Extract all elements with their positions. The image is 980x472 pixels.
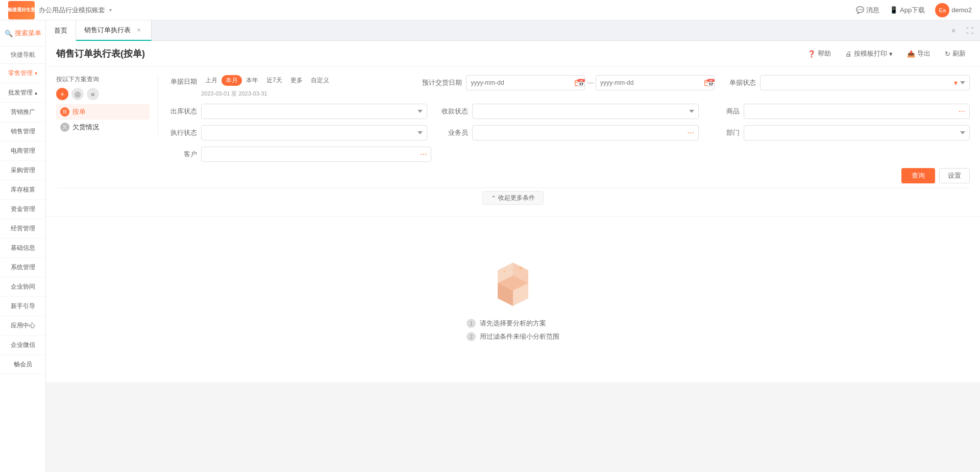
- tab-home[interactable]: 首页: [46, 20, 76, 41]
- collapse-icon: ⌃: [491, 195, 496, 202]
- expected-date-to[interactable]: [596, 75, 715, 90]
- sidebar-item-member[interactable]: 畅会员: [0, 355, 45, 374]
- scheme-icon-press: 按: [60, 107, 69, 116]
- help-btn[interactable]: ❓ 帮助: [803, 47, 835, 60]
- collapse-btn[interactable]: ⌃ 收起更多条件: [482, 191, 544, 205]
- date-wrapper: 上月 本月 本年 近7天 更多 自定义 2023-03-01 至 2023-03…: [201, 75, 411, 98]
- sidebar-item-enterprise[interactable]: 企业协同: [0, 277, 45, 297]
- app-logo: 畅捷通好生意: [8, 1, 35, 19]
- message-icon: 💬: [856, 6, 864, 14]
- scheme-actions: + ◎ «: [56, 88, 150, 100]
- customer-dots-icon: ···: [420, 150, 427, 159]
- date-tab-this-year[interactable]: 本年: [242, 75, 262, 86]
- customer-label: 客户: [166, 150, 197, 159]
- sidebar-item-operation[interactable]: 经营管理: [0, 219, 45, 239]
- date-tab-custom[interactable]: 自定义: [307, 75, 333, 86]
- salesperson-selector[interactable]: ···: [472, 125, 698, 140]
- sidebar-item-sales[interactable]: 销售管理: [0, 122, 45, 141]
- tip1-num: 1: [467, 319, 476, 328]
- sidebar-item-marketing[interactable]: 营销推广: [0, 103, 45, 122]
- collapse-row: ⌃ 收起更多条件: [56, 187, 970, 208]
- add-icon: +: [60, 90, 64, 98]
- refresh-btn[interactable]: ↻ 刷新: [941, 47, 970, 60]
- message-label: 消息: [866, 6, 879, 15]
- print-btn[interactable]: 🖨 按模板打印 ▾: [841, 47, 897, 60]
- sidebar-quick-nav[interactable]: 快捷导航: [0, 46, 45, 64]
- export-btn[interactable]: 📤 导出: [903, 47, 935, 60]
- search-menu-button[interactable]: 🔍 搜索菜单: [4, 26, 41, 41]
- scheme-item-press[interactable]: 按 按单: [56, 104, 150, 120]
- status-control: ▾: [760, 75, 970, 90]
- goods-selector[interactable]: ···: [744, 104, 970, 119]
- user-profile[interactable]: Ea demo2: [935, 3, 972, 17]
- edit-scheme-btn[interactable]: ◎: [71, 88, 84, 100]
- scheme-item-debt[interactable]: 欠 欠货情况: [56, 120, 150, 135]
- message-btn[interactable]: 💬 消息: [856, 6, 879, 15]
- sidebar-item-finance[interactable]: 资金管理: [0, 200, 45, 219]
- refresh-icon: ↻: [945, 50, 950, 58]
- tip2-num: 2: [467, 332, 476, 341]
- app-download-btn[interactable]: 📱 App下载: [890, 6, 925, 15]
- sidebar-item-ecommerce[interactable]: 电商管理: [0, 141, 45, 161]
- sidebar-item-newbie[interactable]: 新手引导: [0, 297, 45, 316]
- execution-select[interactable]: [201, 125, 427, 140]
- fold-icon: «: [91, 90, 95, 98]
- empty-tips: 1 请先选择要分析的方案 2 用过滤条件来缩小分析范围: [467, 319, 559, 341]
- payment-select[interactable]: [472, 104, 698, 119]
- maximize-btn[interactable]: ⛶: [964, 25, 976, 37]
- filter-row3: 执行状态 业务员 ···: [166, 125, 970, 140]
- status-select[interactable]: [760, 75, 970, 90]
- filter-section: 按以下方案查询 + ◎ «: [46, 67, 980, 217]
- fold-scheme-btn[interactable]: «: [87, 88, 99, 100]
- company-dropdown-icon[interactable]: ▾: [109, 7, 112, 13]
- company-title: 办公用品行业模拟账套: [39, 6, 105, 15]
- filter-row4: 客户 ···: [166, 147, 970, 162]
- empty-tip-2: 2 用过滤条件来缩小分析范围: [467, 332, 559, 341]
- filter-item-delivery: 出库状态: [166, 104, 427, 119]
- date-range-display: 2023-03-01 至 2023-03-31: [201, 90, 411, 98]
- date-tab-7days[interactable]: 近7天: [262, 75, 286, 86]
- settings-button[interactable]: 设置: [939, 168, 970, 183]
- expected-date-label: 预计交货日期: [421, 78, 462, 87]
- salesperson-label: 业务员: [437, 128, 468, 137]
- sidebar-item-basic[interactable]: 基础信息: [0, 239, 45, 258]
- page-content: 销售订单执行表(按单) ❓ 帮助 🖨 按模板打印 ▾ 📤: [46, 41, 980, 472]
- user-name: demo2: [951, 6, 972, 14]
- tab-close-icon[interactable]: ×: [135, 26, 143, 34]
- collapse-label: 收起更多条件: [498, 194, 535, 202]
- filter-row1: 单据日期 上月 本月 本年 近7天 更多 自定义: [166, 75, 970, 98]
- customer-selector[interactable]: ···: [201, 147, 431, 162]
- sidebar-item-retail[interactable]: 零售管理 ▾: [0, 64, 45, 83]
- date-tab-last-month[interactable]: 上月: [201, 75, 222, 86]
- expected-date-from[interactable]: [466, 75, 585, 90]
- search-icon: 🔍: [5, 30, 13, 37]
- tab-sales-order[interactable]: 销售订单执行表 ×: [76, 20, 152, 41]
- sidebar-item-appstore[interactable]: 应用中心: [0, 316, 45, 336]
- filter-scheme-panel: 按以下方案查询 + ◎ «: [56, 75, 158, 135]
- filter-row: 按以下方案查询 + ◎ «: [56, 75, 970, 162]
- edit-icon: ◎: [75, 90, 81, 98]
- sidebar-item-wholesale[interactable]: 批发管理 ▴: [0, 83, 45, 103]
- print-icon: 🖨: [845, 50, 852, 58]
- date-tab-more[interactable]: 更多: [286, 75, 307, 86]
- delivery-select[interactable]: [201, 104, 427, 119]
- date-tab-this-month[interactable]: 本月: [222, 75, 242, 86]
- minimize-btn[interactable]: ×: [947, 25, 960, 37]
- empty-icon: ✦ ✦ ✦: [487, 257, 538, 309]
- sidebar-item-inventory[interactable]: 库存核算: [0, 180, 45, 200]
- page-inner: 销售订单执行表(按单) ❓ 帮助 🖨 按模板打印 ▾ 📤: [46, 41, 980, 382]
- sidebar-item-system[interactable]: 系统管理: [0, 258, 45, 277]
- filter-item-salesperson: 业务员 ···: [437, 125, 698, 140]
- query-button[interactable]: 查询: [901, 168, 935, 183]
- status-label: 单据状态: [725, 78, 756, 87]
- department-select[interactable]: [744, 125, 970, 140]
- empty-tip-1: 1 请先选择要分析的方案: [467, 319, 559, 328]
- svg-text:✦: ✦: [524, 275, 527, 278]
- page-title: 销售订单执行表(按单): [56, 48, 145, 60]
- add-scheme-btn[interactable]: +: [56, 88, 68, 100]
- sidebar-item-wechat[interactable]: 企业微信: [0, 336, 45, 355]
- print-dropdown-icon: ▾: [889, 50, 893, 58]
- date-separator: —: [587, 79, 594, 86]
- sidebar-item-purchase[interactable]: 采购管理: [0, 161, 45, 180]
- help-icon: ❓: [807, 50, 816, 58]
